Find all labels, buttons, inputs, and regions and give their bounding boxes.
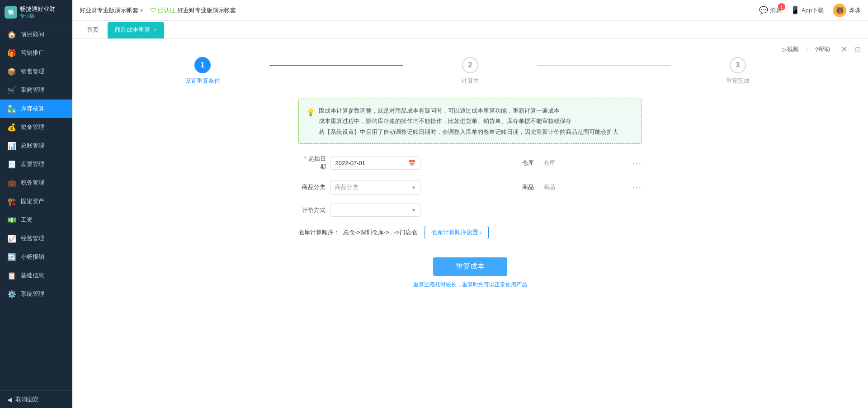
calc-order-btn-label: 仓库计算顺序设置 › [431, 228, 482, 237]
marketing-icon: 🎁 [7, 49, 16, 57]
tab-home-label: 首页 [87, 26, 99, 34]
sidebar-item-payroll[interactable]: 💵工资 [0, 211, 72, 229]
sidebar-item-sales[interactable]: 📦销售管理 [0, 62, 72, 81]
system-icon: ⚙️ [7, 290, 16, 299]
notice-line-1: 因成本计算参数调整，或是对商品成本有疑问时，可以通过成本重算功能，重新计算一遍成… [319, 105, 618, 116]
step-line-1 [269, 65, 403, 66]
invoice-icon: 🧾 [7, 160, 16, 169]
accounting-icon: 📊 [7, 142, 16, 150]
step-2: 2 计算中 [403, 57, 537, 85]
play-icon: ▷ [783, 46, 787, 53]
price-method-select[interactable]: ▾ [330, 204, 420, 217]
product-placeholder: 商品 [543, 183, 555, 191]
sidebar-item-label: 小畅报销 [21, 253, 44, 261]
divider: | [806, 46, 808, 53]
sidebar-item-label: 经营管理 [21, 234, 44, 242]
project-icon: 🏠 [7, 30, 16, 39]
sidebar-item-label: 总账管理 [21, 142, 44, 150]
base-icon: 📋 [7, 271, 16, 280]
product-input[interactable]: 商品 [538, 180, 629, 195]
calc-order-btn[interactable]: 仓库计算顺序设置 › [425, 226, 489, 239]
topbar: 好业财专业版演示帐套 ▾ 🛡 已认证 好业财专业版演示帐套 💬 消息 1 📱 A… [72, 0, 868, 21]
message-icon: 💬 [759, 6, 768, 14]
sidebar-item-expense[interactable]: 🔄小畅报销 [0, 248, 72, 266]
phone-icon: 📱 [791, 6, 800, 14]
submit-btn[interactable]: 重算成本 [433, 257, 507, 276]
step-3: 3 重算完成 [671, 57, 805, 85]
app-download-btn[interactable]: 📱 App下载 [791, 6, 824, 14]
sidebar-item-operations[interactable]: 📈经营管理 [0, 229, 72, 248]
form-field-price-method: 计价方式 ▾ [298, 204, 642, 217]
content-area: ▷ 视频 | ? 帮助 ✕ ⊡ 1 设置重算条件 2 计算中 3 [72, 39, 868, 408]
start-date-input[interactable]: 2022-07-01 📅 [330, 157, 421, 170]
sidebar-item-label: 固定资产 [21, 197, 44, 205]
form-row-1: 起始日期 2022-07-01 📅 仓库 仓库 ··· [298, 155, 642, 171]
expand-btn[interactable]: ⊡ [855, 45, 861, 54]
warehouse-input[interactable]: 仓库 [538, 156, 629, 170]
sidebar: 畅 畅捷通好业财 专业版 🏠项目顾问🎁营销推广📦销售管理🛒采购管理🏪库存核算💰资… [0, 0, 72, 408]
form-field-product: 商品 商品 ··· [507, 180, 642, 195]
sidebar-item-invoice[interactable]: 🧾发票管理 [0, 155, 72, 174]
tax-icon: 💼 [7, 179, 16, 187]
step-2-label: 计算中 [462, 77, 479, 85]
certified-name: 好业财专业版演示帐套 [177, 6, 236, 14]
sidebar-item-label: 系统管理 [21, 290, 44, 298]
sidebar-unpin[interactable]: ◀ 取消固定 [0, 390, 72, 408]
finance-icon: 💰 [7, 123, 16, 132]
certified-badge: 🛡 已认证 好业财专业版演示帐套 [150, 6, 236, 14]
calc-order-label: 仓库计算顺序： [298, 228, 340, 237]
sidebar-item-system[interactable]: ⚙️系统管理 [0, 285, 72, 304]
sidebar-item-marketing[interactable]: 🎁营销推广 [0, 44, 72, 62]
account-selector[interactable]: 好业财专业版演示帐套 ▾ [80, 6, 143, 14]
sidebar-item-label: 基础信息 [21, 271, 44, 280]
help-btn[interactable]: ? 帮助 [815, 45, 830, 53]
assets-icon: 🏗️ [7, 197, 16, 206]
avatar: 🐻 [833, 4, 846, 17]
content-toolbar: ▷ 视频 | ? 帮助 ✕ ⊡ [783, 44, 861, 54]
payroll-icon: 💵 [7, 216, 16, 224]
sidebar-item-label: 资金管理 [21, 123, 44, 131]
message-btn[interactable]: 💬 消息 1 [759, 6, 782, 14]
start-date-value: 2022-07-01 [335, 160, 366, 166]
form-row-2: 商品分类 商品分类 ▾ 商品 商品 ··· [298, 180, 642, 195]
submit-hint: 重算过程耗时较长，重算时您可以正常使用产品 [413, 281, 527, 288]
warehouse-more-btn[interactable]: ··· [632, 158, 642, 168]
video-label: 视频 [787, 45, 799, 53]
sidebar-item-label: 项目顾问 [21, 30, 44, 38]
sidebar-item-purchase[interactable]: 🛒采购管理 [0, 81, 72, 100]
close-btn[interactable]: ✕ [841, 44, 848, 54]
sidebar-item-tax[interactable]: 💼税务管理 [0, 174, 72, 192]
sidebar-item-accounting[interactable]: 📊总账管理 [0, 137, 72, 155]
help-icon: ? [815, 46, 818, 53]
step-3-circle: 3 [730, 57, 746, 73]
step-2-circle: 2 [462, 57, 478, 73]
category-select[interactable]: 商品分类 ▾ [330, 180, 420, 195]
tab-close-icon[interactable]: × [154, 27, 157, 33]
tabs-bar: 首页 商品成本重算 × [72, 21, 868, 39]
sidebar-item-label: 销售管理 [21, 67, 44, 76]
step-1-circle: 1 [194, 57, 211, 73]
sidebar-unpin-label: 取消固定 [15, 395, 39, 403]
unpin-icon: ◀ [7, 396, 12, 403]
video-btn[interactable]: ▷ 视频 [783, 45, 799, 53]
logo-icon: 畅 [5, 6, 17, 19]
shield-icon: 🛡 [150, 7, 156, 14]
product-more-btn[interactable]: ··· [632, 183, 642, 192]
calc-order-value: 总仓->深圳仓库->...->门店仓 [343, 228, 417, 237]
notification-badge: 1 [778, 3, 785, 10]
account-name: 好业财专业版演示帐套 [80, 6, 138, 14]
sidebar-item-base[interactable]: 📋基础信息 [0, 266, 72, 285]
tab-cost-recalc[interactable]: 商品成本重算 × [108, 22, 164, 38]
notice-line-2: 成本重算过程中，影响库存账的操作均不能操作，比如进货单、销货单、库存单据不能审核… [319, 116, 618, 126]
username: 珠珠 [849, 6, 861, 14]
sidebar-item-label: 发票管理 [21, 160, 44, 168]
calendar-icon[interactable]: 📅 [408, 160, 415, 166]
submit-btn-label: 重算成本 [456, 262, 485, 270]
sidebar-item-inventory[interactable]: 🏪库存核算 [0, 100, 72, 118]
app-label: App下载 [802, 6, 824, 14]
sidebar-item-project[interactable]: 🏠项目顾问 [0, 25, 72, 44]
tab-home[interactable]: 首页 [80, 22, 106, 38]
user-profile[interactable]: 🐻 珠珠 [833, 4, 861, 17]
sidebar-item-assets[interactable]: 🏗️固定资产 [0, 192, 72, 211]
sidebar-item-finance[interactable]: 💰资金管理 [0, 118, 72, 137]
